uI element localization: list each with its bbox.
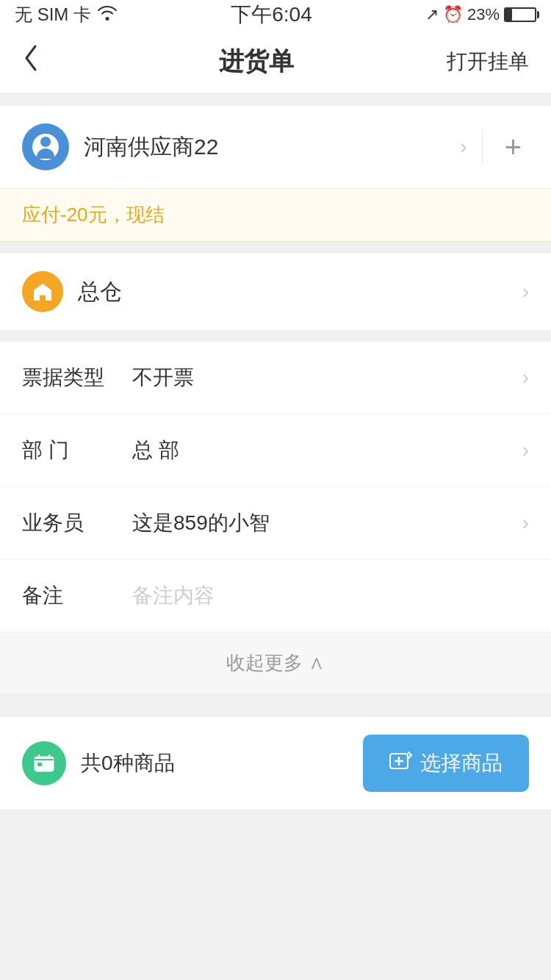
notice-text: 应付-20元，现结: [22, 203, 165, 226]
location-icon: ↗: [425, 5, 439, 24]
supplier-divider: [482, 129, 483, 165]
warehouse-section: 总仓 ›: [0, 253, 551, 330]
bottom-bar: 共0种商品 选择商品: [0, 717, 551, 810]
alarm-icon: ⏰: [443, 5, 463, 24]
section-gap-4: [0, 693, 551, 705]
avatar-inner: [32, 134, 59, 160]
remark-value: 备注内容: [132, 582, 529, 610]
open-pending-button[interactable]: 打开挂单: [447, 48, 529, 76]
supplier-avatar: [22, 123, 69, 170]
salesperson-chevron-icon: ›: [522, 511, 529, 535]
supplier-name: 河南供应商22: [84, 132, 453, 162]
invoice-chevron-icon: ›: [522, 366, 529, 389]
invoice-type-value: 不开票: [132, 364, 515, 392]
nav-bar: 进货单 打开挂单: [0, 29, 551, 94]
product-icon: [22, 741, 66, 785]
select-product-label: 选择商品: [420, 749, 503, 777]
notice-banner: 应付-20元，现结: [0, 189, 551, 242]
battery-icon: [504, 7, 536, 22]
remark-row[interactable]: 备注 备注内容: [0, 560, 551, 633]
supplier-section: 河南供应商22 › + 应付-20元，现结: [0, 106, 551, 242]
svg-rect-1: [37, 763, 42, 766]
wifi-icon: [97, 4, 118, 25]
section-gap-1: [0, 94, 551, 106]
warehouse-row[interactable]: 总仓 ›: [0, 253, 551, 330]
salesperson-value: 这是859的小智: [132, 509, 515, 537]
department-row[interactable]: 部 门 总 部 ›: [0, 414, 551, 487]
back-button[interactable]: [22, 43, 66, 79]
select-product-button[interactable]: 选择商品: [363, 735, 529, 792]
invoice-type-label: 票据类型: [22, 364, 110, 392]
warehouse-icon: [22, 271, 63, 312]
page-title: 进货单: [219, 45, 294, 79]
supplier-row[interactable]: 河南供应商22 › +: [0, 106, 551, 189]
department-chevron-icon: ›: [522, 439, 529, 462]
collapse-button[interactable]: 收起更多 ∧: [0, 633, 551, 693]
status-right: ↗ ⏰ 23%: [425, 5, 536, 24]
department-label: 部 门: [22, 436, 110, 464]
chevron-right-icon: ›: [460, 135, 467, 159]
warehouse-chevron-icon: ›: [522, 280, 529, 303]
status-bar: 无 SIM 卡 下午6:04 ↗ ⏰ 23%: [0, 0, 551, 29]
invoice-type-row[interactable]: 票据类型 不开票 ›: [0, 342, 551, 414]
form-section: 票据类型 不开票 › 部 门 总 部 › 业务员 这是859的小智 › 备注 备…: [0, 342, 551, 633]
status-carrier: 无 SIM 卡: [15, 3, 118, 26]
section-gap-2: [0, 242, 551, 253]
select-product-icon: [389, 751, 413, 777]
warehouse-name: 总仓: [78, 277, 515, 307]
salesperson-label: 业务员: [22, 509, 110, 537]
salesperson-row[interactable]: 业务员 这是859的小智 ›: [0, 487, 551, 560]
status-time: 下午6:04: [231, 1, 312, 29]
carrier-text: 无 SIM 卡: [15, 3, 91, 26]
remark-label: 备注: [22, 582, 110, 610]
battery-percent: 23%: [467, 5, 500, 24]
product-count: 共0种商品: [81, 749, 363, 777]
section-gap-3: [0, 330, 551, 342]
department-value: 总 部: [132, 436, 515, 464]
add-supplier-button[interactable]: +: [497, 131, 529, 164]
